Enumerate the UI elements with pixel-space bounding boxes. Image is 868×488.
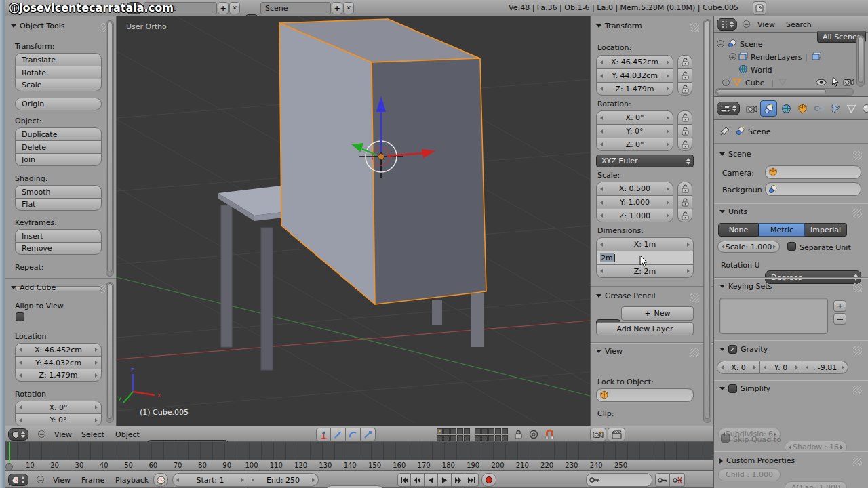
layer-cell[interactable] [443, 435, 450, 441]
timeline-menu-view[interactable]: View [53, 476, 71, 485]
viewport-menu-object[interactable]: Object [115, 430, 140, 439]
layer-cell[interactable] [443, 428, 450, 434]
outliner-item-scene[interactable]: Scene [740, 40, 763, 49]
layer-cell[interactable] [502, 428, 508, 434]
layer-cell[interactable] [495, 428, 501, 434]
mesh-data-icon[interactable] [778, 77, 787, 87]
layer-cell[interactable] [450, 428, 456, 434]
scene-delete-button[interactable] [343, 2, 354, 14]
layer-cell[interactable] [488, 435, 494, 441]
flat-button[interactable]: Flat [15, 198, 102, 211]
editor-type-button-timeline[interactable] [8, 474, 28, 486]
outliner-item-renderlayers[interactable]: RenderLayers [751, 53, 802, 62]
layout-delete-button[interactable] [229, 2, 240, 14]
layer-cell[interactable] [457, 435, 463, 441]
renderability-camera-icon[interactable] [843, 78, 854, 86]
location-z-lock-button[interactable] [677, 82, 692, 96]
prev-keyframe-button[interactable] [411, 473, 425, 487]
proportional-edit-toggle[interactable] [529, 430, 538, 439]
location-y-field[interactable]: Y: 44.032cm [596, 68, 673, 82]
visibility-eye-icon[interactable] [816, 79, 827, 86]
outliner-h-scrollbar[interactable] [715, 88, 854, 96]
scene-add-button[interactable] [332, 2, 342, 14]
layer-cell[interactable] [502, 435, 508, 441]
keying-set-remove-button[interactable] [833, 313, 846, 325]
rotation-z-field[interactable]: Z: 0° [596, 138, 673, 151]
tab-material[interactable] [860, 101, 868, 116]
insert-keyframes-button[interactable] [655, 473, 670, 487]
translate-button[interactable]: Translate [15, 53, 102, 66]
cube-expand-icon[interactable]: + [722, 79, 730, 86]
op-location-z-field[interactable]: Z: 1.479m [15, 369, 102, 382]
scale-x-field[interactable]: X: 0.500 [596, 182, 673, 195]
scale-z-lock-button[interactable] [677, 209, 692, 222]
scale-y-field[interactable]: Y: 1.000 [596, 195, 673, 209]
tab-render[interactable] [744, 101, 760, 116]
keying-set-add-button[interactable] [833, 300, 846, 312]
units-panel-header[interactable]: Units [719, 207, 863, 216]
layer-cell[interactable] [457, 428, 463, 434]
tab-scene[interactable] [760, 100, 777, 117]
scene-panel-header[interactable]: Scene [719, 150, 863, 159]
operator-panel-scrollbar[interactable] [106, 282, 114, 423]
keying-sets-listbox[interactable] [719, 298, 828, 334]
manipulator-axes-button[interactable] [316, 428, 331, 441]
viewport-menu-view[interactable]: View [54, 430, 72, 439]
viewport-3d[interactable]: z x y User Ortho (1) Cube.005 [117, 16, 590, 426]
gravity-panel-header[interactable]: Gravity [719, 345, 863, 354]
duplicate-button[interactable]: Duplicate [15, 127, 102, 140]
renderlayers-data-icon[interactable] [812, 52, 821, 61]
layer-cell[interactable] [464, 428, 470, 434]
tab-modifiers[interactable] [827, 101, 843, 116]
gravity-x-field[interactable]: X: 0 [717, 361, 760, 374]
layer-cell[interactable] [450, 435, 456, 441]
location-x-lock-button[interactable] [677, 55, 692, 68]
scene-name-field[interactable]: Scene [260, 2, 331, 14]
collapse-menus-icon[interactable] [743, 20, 750, 28]
rotation-x-field[interactable]: X: 0° [596, 110, 673, 124]
next-keyframe-button[interactable] [452, 473, 465, 487]
time-range-toggle[interactable] [153, 473, 168, 487]
delete-button[interactable]: Delete [15, 140, 102, 153]
simplify-ao-field[interactable]: AO an: 1.000 [785, 481, 847, 488]
skip-quad-checkbox[interactable] [721, 434, 730, 443]
grease-new-button[interactable]: New [621, 306, 694, 321]
manipulator-scale-button[interactable] [361, 428, 376, 441]
insert-keyframe-button[interactable]: Insert [15, 229, 102, 242]
collapse-menus-icon[interactable] [38, 430, 45, 438]
scene-expand-icon[interactable] [717, 40, 724, 47]
pin-icon[interactable] [719, 125, 730, 136]
separate-unit-checkbox[interactable] [787, 242, 796, 251]
rotate-button[interactable]: Rotate [15, 66, 102, 79]
play-reverse-button[interactable] [425, 473, 438, 487]
frame-end-field[interactable]: End: 250 [248, 473, 319, 487]
background-field[interactable] [765, 182, 861, 196]
transform-panel-header[interactable]: Transform [596, 22, 701, 30]
current-frame-field[interactable]: 1 [326, 485, 384, 488]
tab-constraints[interactable] [811, 101, 827, 116]
layer-grid-b[interactable] [475, 428, 508, 441]
collapse-menus-icon[interactable] [37, 476, 44, 483]
tab-world[interactable] [778, 101, 794, 116]
renderlayers-expand-icon[interactable]: + [729, 53, 736, 60]
rotation-z-lock-button[interactable] [677, 138, 692, 151]
view-panel-header[interactable]: View [596, 347, 701, 356]
delete-keyframes-button[interactable] [670, 473, 685, 487]
timeline-ruler-ticks[interactable]: 1020304050607080901001101201301401501601… [5, 460, 713, 470]
playhead-knob[interactable] [5, 463, 13, 470]
lock-to-object-field[interactable] [596, 388, 694, 402]
gravity-checkbox[interactable] [728, 345, 737, 354]
units-imperial-button[interactable]: Imperial [805, 223, 847, 237]
layer-cell[interactable] [437, 428, 443, 434]
rotation-y-field[interactable]: Y: 0° [596, 124, 673, 138]
editor-type-button-outliner[interactable] [717, 18, 737, 30]
outliner-item-cube[interactable]: Cube [745, 79, 764, 87]
lock-camera-toggle[interactable] [514, 430, 523, 439]
origin-button[interactable]: Origin [15, 98, 102, 110]
dimension-x-field[interactable]: X: 1m [596, 237, 694, 251]
frame-start-field[interactable]: Start: 1 [172, 473, 248, 487]
scale-x-lock-button[interactable] [677, 182, 692, 195]
add-cube-panel-header[interactable]: Add Cube [11, 283, 111, 292]
keying-set-field[interactable] [586, 473, 652, 487]
editor-type-button-3dview[interactable] [8, 428, 28, 441]
